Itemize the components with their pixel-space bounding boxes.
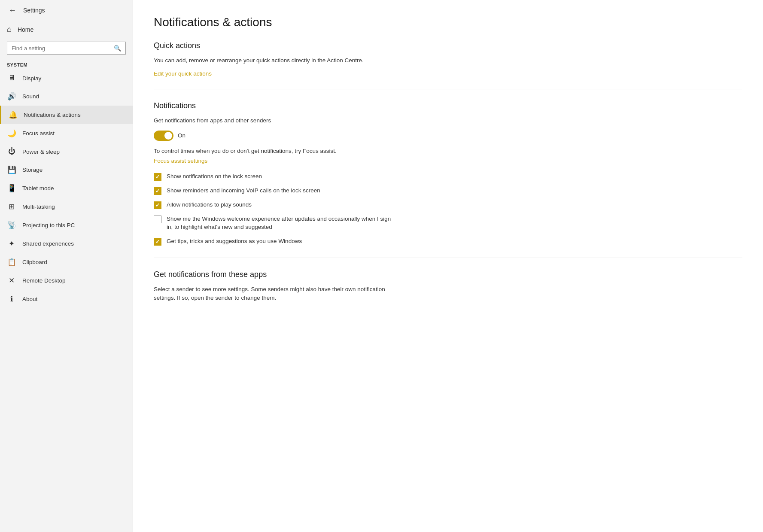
sidebar-item-storage[interactable]: 💾 Storage [0, 161, 133, 179]
sidebar-item-projecting[interactable]: 📡 Projecting to this PC [0, 216, 133, 234]
quick-actions-heading: Quick actions [154, 41, 742, 50]
notifications-section: Notifications Get notifications from app… [154, 101, 742, 245]
sidebar-item-label: Sound [22, 93, 39, 100]
notifications-toggle-label: Get notifications from apps and other se… [154, 116, 390, 125]
multitasking-icon: ⊞ [7, 202, 16, 211]
app-notifications-heading: Get notifications from these apps [154, 270, 742, 279]
power-icon: ⏻ [7, 147, 16, 156]
sidebar-item-label: Tablet mode [22, 185, 54, 192]
checkbox-tips-label: Get tips, tricks and suggestions as you … [167, 237, 302, 246]
divider-2 [154, 258, 742, 258]
sound-icon: 🔊 [7, 92, 16, 101]
app-notifications-desc: Select a sender to see more settings. So… [154, 285, 390, 303]
shared-icon: ✦ [7, 239, 16, 248]
focus-assist-settings-link[interactable]: Focus assist settings [154, 158, 207, 164]
sidebar-item-sound[interactable]: 🔊 Sound [0, 87, 133, 106]
checkbox-voip: ✓ Show reminders and incoming VoIP calls… [154, 187, 394, 195]
back-button[interactable]: ← [7, 4, 18, 17]
sidebar-item-label: Projecting to this PC [22, 222, 75, 228]
search-box: 🔍 [7, 42, 126, 55]
notifications-toggle[interactable] [154, 131, 173, 141]
sidebar-item-tablet[interactable]: 📱 Tablet mode [0, 179, 133, 198]
sidebar-item-label: Clipboard [22, 259, 47, 265]
sidebar-item-remote[interactable]: ✕ Remote Desktop [0, 271, 133, 290]
home-label: Home [18, 26, 33, 33]
search-icon: 🔍 [114, 45, 121, 52]
tablet-icon: 📱 [7, 184, 16, 193]
sidebar-item-clipboard[interactable]: 📋 Clipboard [0, 253, 133, 271]
search-input[interactable] [12, 45, 114, 52]
checkmark-icon: ✓ [155, 188, 160, 194]
clipboard-icon: 📋 [7, 258, 16, 267]
sidebar: ← Settings ⌂ Home 🔍 System 🖥 Display 🔊 S… [0, 0, 133, 532]
sidebar-item-home[interactable]: ⌂ Home [0, 21, 133, 38]
checkbox-sounds: ✓ Allow notifications to play sounds [154, 201, 394, 209]
sidebar-item-focus[interactable]: 🌙 Focus assist [0, 124, 133, 143]
toggle-state-label: On [178, 132, 185, 139]
sidebar-item-multitasking[interactable]: ⊞ Multi-tasking [0, 198, 133, 216]
sidebar-item-label: Multi-tasking [22, 204, 55, 210]
sidebar-item-label: Remote Desktop [22, 277, 66, 284]
focus-icon: 🌙 [7, 129, 16, 138]
sidebar-item-label: About [22, 296, 37, 302]
sidebar-item-label: Display [22, 75, 41, 82]
sidebar-item-label: Storage [22, 167, 43, 173]
notifications-toggle-row: On [154, 131, 742, 141]
sidebar-item-label: Shared experiences [22, 240, 74, 247]
system-section-label: System [0, 58, 133, 69]
app-notifications-section: Get notifications from these apps Select… [154, 270, 742, 303]
checkbox-welcome-label: Show me the Windows welcome experience a… [167, 215, 394, 231]
home-icon: ⌂ [7, 25, 12, 34]
checkbox-lock-screen-input[interactable]: ✓ [154, 173, 161, 181]
sidebar-item-shared[interactable]: ✦ Shared experiences [0, 234, 133, 253]
checkbox-sounds-label: Allow notifications to play sounds [167, 201, 252, 209]
sidebar-header: ← Settings [0, 0, 133, 21]
page-title: Notifications & actions [154, 15, 742, 29]
sidebar-item-label: Focus assist [22, 130, 55, 137]
quick-actions-desc: You can add, remove or rearrange your qu… [154, 56, 390, 65]
checkbox-voip-label: Show reminders and incoming VoIP calls o… [167, 187, 320, 195]
checkbox-welcome-input[interactable] [154, 216, 161, 223]
checkbox-sounds-input[interactable]: ✓ [154, 201, 161, 209]
divider-1 [154, 89, 742, 89]
search-container: 🔍 [0, 38, 133, 58]
checkbox-welcome: Show me the Windows welcome experience a… [154, 215, 394, 231]
checkboxes-group: ✓ Show notifications on the lock screen … [154, 173, 742, 246]
sidebar-item-label: Notifications & actions [24, 112, 81, 118]
sidebar-item-about[interactable]: ℹ About [0, 290, 133, 308]
checkmark-icon: ✓ [155, 202, 160, 208]
main-content: Notifications & actions Quick actions Yo… [133, 0, 763, 532]
checkbox-lock-screen-label: Show notifications on the lock screen [167, 173, 262, 181]
sidebar-item-display[interactable]: 🖥 Display [0, 69, 133, 87]
sidebar-item-power[interactable]: ⏻ Power & sleep [0, 143, 133, 161]
projecting-icon: 📡 [7, 221, 16, 230]
app-title: Settings [23, 7, 45, 14]
notifications-heading: Notifications [154, 101, 742, 110]
checkbox-tips-input[interactable]: ✓ [154, 238, 161, 246]
notifications-icon: 🔔 [8, 110, 18, 119]
display-icon: 🖥 [7, 74, 16, 82]
storage-icon: 💾 [7, 165, 16, 174]
checkbox-lock-screen: ✓ Show notifications on the lock screen [154, 173, 394, 181]
checkbox-tips: ✓ Get tips, tricks and suggestions as yo… [154, 237, 394, 246]
quick-actions-section: Quick actions You can add, remove or rea… [154, 41, 742, 77]
edit-quick-actions-link[interactable]: Edit your quick actions [154, 70, 212, 77]
focus-note: To control times when you do or don't ge… [154, 147, 390, 155]
sidebar-item-label: Power & sleep [22, 149, 60, 155]
checkmark-icon: ✓ [155, 239, 160, 245]
checkbox-voip-input[interactable]: ✓ [154, 187, 161, 195]
about-icon: ℹ [7, 295, 16, 304]
remote-icon: ✕ [7, 276, 16, 285]
sidebar-item-notifications[interactable]: 🔔 Notifications & actions [0, 106, 133, 124]
checkmark-icon: ✓ [155, 174, 160, 180]
